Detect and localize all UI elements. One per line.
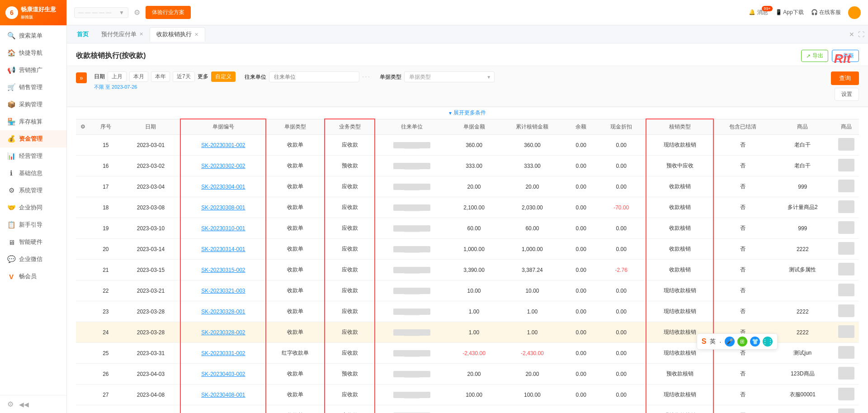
sidebar-item-sales[interactable]: 🛒 销售管理 — [0, 79, 66, 96]
sidebar-item-inventory[interactable]: 🏪 库存核算 — [0, 113, 66, 130]
sidebar-item-finance[interactable]: 💰 资金管理 — [0, 130, 66, 147]
sidebar-item-basic[interactable]: ℹ 基础信息 — [0, 165, 66, 182]
order-link[interactable]: SK-20230328-002 — [201, 329, 245, 336]
shirt-icon[interactable]: 👕 — [750, 337, 760, 347]
cell-bill-type: 红字收款单 — [266, 343, 325, 364]
table-row[interactable]: 23 2023-03-28 SK-20230328-001 收款单 应收款 ██… — [76, 301, 859, 322]
cell-date: 2023-03-01 — [122, 135, 181, 156]
cell-order-no[interactable]: SK-20230308-001 — [180, 197, 266, 218]
expand-more-bar[interactable]: ▾ 展开更多条件 — [67, 107, 868, 119]
partner-search-input[interactable] — [269, 71, 359, 82]
partner-more-icon[interactable]: ··· — [362, 73, 371, 81]
cell-order-no[interactable]: SK-20230302-002 — [180, 156, 266, 176]
mic-icon[interactable]: 🎤 — [725, 337, 735, 347]
order-link[interactable]: SK-20230314-001 — [201, 246, 245, 252]
cell-order-no[interactable]: SK-20230328-002 — [180, 322, 266, 343]
table-row[interactable]: 18 2023-03-08 SK-20230308-001 收款单 应收款 ██… — [76, 197, 859, 218]
sidebar-settings-icon[interactable]: ⚙ — [7, 400, 14, 408]
order-link[interactable]: SK-20230408-001 — [201, 392, 245, 398]
export-button[interactable]: ↗ 导出 — [801, 50, 828, 62]
gear-icon[interactable]: ⚙ — [134, 8, 140, 17]
cell-order-no[interactable]: SK-20230328-001 — [180, 301, 266, 322]
apps-icon[interactable]: ⋮⋮ — [763, 337, 773, 347]
sidebar-item-wechat[interactable]: 💬 企业微信 — [0, 251, 66, 268]
sidebar-item-member[interactable]: V 畅会员 — [0, 268, 66, 285]
last7days-button[interactable]: 近7天 — [173, 71, 195, 82]
cell-bill-type: 收款单 — [266, 156, 325, 176]
cell-balance: 0.00 — [565, 385, 597, 405]
order-link[interactable]: SK-20230301-002 — [201, 142, 245, 148]
sidebar-item-guide[interactable]: 📋 新手引导 — [0, 216, 66, 233]
sidebar-item-marketing[interactable]: 📢 营销推广 — [0, 62, 66, 79]
cell-order-no[interactable]: SK-20230315-002 — [180, 260, 266, 280]
table-row[interactable]: 20 2023-03-14 SK-20230314-001 收款单 应收款 ██… — [76, 239, 859, 260]
tab-receipt[interactable]: 收款核销执行 ✕ — [150, 27, 205, 42]
cell-biz-type: 应收款 — [325, 197, 375, 218]
this-year-button[interactable]: 本年 — [151, 71, 170, 82]
tab-close-all-icon[interactable]: ✕ — [849, 31, 854, 38]
cell-order-no[interactable]: SK-20230331-002 — [180, 343, 266, 364]
cell-order-no[interactable]: SK-20230310-001 — [180, 218, 266, 239]
order-link[interactable]: SK-20230328-001 — [201, 309, 245, 315]
sidebar-item-search[interactable]: 🔍 搜索菜单 — [0, 27, 66, 44]
table-row[interactable]: 22 2023-03-21 SK-20230321-003 收款单 应收款 ██… — [76, 280, 859, 301]
order-link[interactable]: SK-20230310-001 — [201, 225, 245, 232]
nav-dropdown[interactable]: — — — — — ▼ — [74, 7, 128, 18]
cell-biz-type: 应收款 — [325, 301, 375, 322]
filter-toggle-button[interactable]: » — [76, 72, 87, 83]
cell-order-no[interactable]: SK-20230314-001 — [180, 239, 266, 260]
sidebar-collapse-icon[interactable]: ◀◀ — [19, 401, 29, 408]
order-link[interactable]: SK-20230302-002 — [201, 163, 245, 169]
cell-order-no[interactable]: SK-20230408-001 — [180, 385, 266, 405]
table-row[interactable]: 21 2023-03-15 SK-20230315-002 收款单 应收款 ██… — [76, 260, 859, 280]
table-row[interactable]: 17 2023-03-04 SK-20230304-001 收款单 应收款 ██… — [76, 176, 859, 197]
table-row[interactable]: 26 2023-04-03 SK-20230403-002 收款单 预收款 ██… — [76, 364, 859, 385]
table-row[interactable]: 15 2023-03-01 SK-20230301-002 收款单 应收款 ██… — [76, 135, 859, 156]
order-link[interactable]: SK-20230331-002 — [201, 350, 245, 356]
order-link[interactable]: SK-20230308-001 — [201, 204, 245, 211]
tab-receipt-close-icon[interactable]: ✕ — [194, 32, 198, 38]
custom-date-button[interactable]: 自定义 — [211, 71, 236, 82]
tab-prepay-close-icon[interactable]: ✕ — [139, 31, 143, 37]
sidebar-item-hardware[interactable]: 🖥 智能硬件 — [0, 233, 66, 251]
user-avatar[interactable] — [848, 6, 861, 19]
cell-include-settled: 否 — [713, 156, 771, 176]
sidebar-item-system[interactable]: ⚙ 系统管理 — [0, 182, 66, 199]
online-service-link[interactable]: 🎧 在线客服 — [811, 9, 841, 16]
cell-order-no[interactable]: SK-20230418-001 — [180, 405, 266, 413]
order-link[interactable]: SK-20230304-001 — [201, 184, 245, 190]
sidebar-item-enterprise[interactable]: 🤝 企业协同 — [0, 199, 66, 216]
table-row[interactable]: 19 2023-03-10 SK-20230310-001 收款单 应收款 ██… — [76, 218, 859, 239]
cell-include-settled: 否 — [713, 405, 771, 413]
order-link[interactable]: SK-20230315-002 — [201, 267, 245, 273]
cell-accum-cancel: 20.00 — [500, 364, 566, 385]
table-row[interactable]: 28 2023-04-18 SK-20230418-001 收款单 应收款 ██… — [76, 405, 859, 413]
cell-order-no[interactable]: SK-20230304-001 — [180, 176, 266, 197]
cell-order-no[interactable]: SK-20230321-003 — [180, 280, 266, 301]
cell-order-no[interactable]: SK-20230301-002 — [180, 135, 266, 156]
table-row[interactable]: 16 2023-03-02 SK-20230302-002 收款单 预收款 ██… — [76, 156, 859, 176]
order-link[interactable]: SK-20230403-002 — [201, 371, 245, 377]
filter-settings-button[interactable]: 设置 — [835, 88, 859, 101]
grid-icon[interactable]: ⊞ — [737, 337, 747, 347]
cell-balance: 0.00 — [565, 218, 597, 239]
cell-accum-cancel: 1.00 — [500, 301, 566, 322]
industry-solution-button[interactable]: 体验行业方案 — [146, 6, 191, 19]
table-row[interactable]: 27 2023-04-08 SK-20230408-001 收款单 应收款 ██… — [76, 385, 859, 405]
tab-maximize-icon[interactable]: ⛶ — [858, 31, 864, 38]
sidebar-item-purchase[interactable]: 📦 采购管理 — [0, 96, 66, 113]
tab-prepay[interactable]: 预付凭应付单 ✕ — [95, 27, 150, 42]
sidebar-item-quicknav[interactable]: 🏠 快捷导航 — [0, 44, 66, 62]
cell-order-no[interactable]: SK-20230403-002 — [180, 364, 266, 385]
query-button[interactable]: 查询 — [831, 71, 859, 85]
last-month-button[interactable]: 上月 — [108, 71, 127, 82]
app-download-link[interactable]: 📱 App下载 — [775, 9, 804, 16]
billtype-select[interactable]: 单据类型 — [404, 71, 495, 82]
order-link[interactable]: SK-20230321-003 — [201, 288, 245, 294]
message-button[interactable]: 🔔 消息 99+ — [749, 9, 768, 16]
th-settings[interactable]: ⚙ — [76, 119, 90, 135]
tab-home[interactable]: 首页 — [71, 27, 95, 42]
sidebar-item-operations[interactable]: 📊 经营管理 — [0, 147, 66, 165]
sidebar-nav: 🔍 搜索菜单 🏠 快捷导航 📢 营销推广 🛒 销售管理 📦 采购管理 🏪 库存核… — [0, 25, 66, 395]
this-month-button[interactable]: 本月 — [129, 71, 148, 82]
